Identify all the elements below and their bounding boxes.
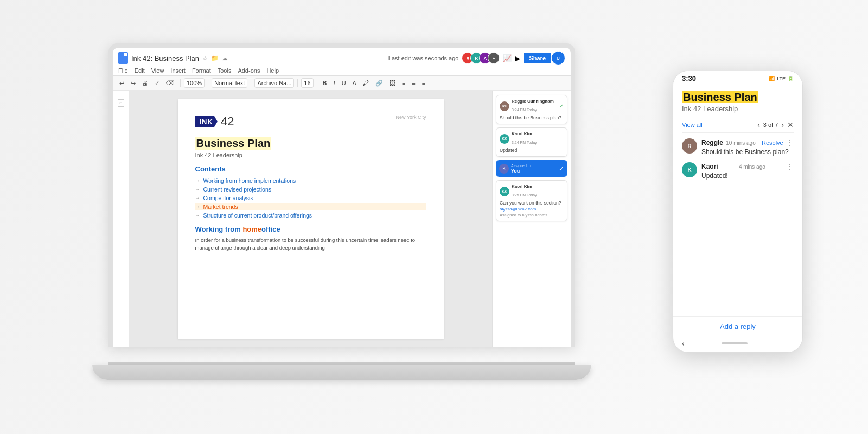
bold-button[interactable]: B bbox=[321, 79, 329, 87]
comment-meta-2: Kaori Kim 3:24 PM Today bbox=[512, 131, 564, 146]
menu-file[interactable]: File bbox=[118, 67, 128, 74]
menu-insert[interactable]: Insert bbox=[170, 67, 186, 74]
spellcheck-button[interactable]: ✓ bbox=[152, 79, 162, 88]
graph-icon[interactable]: 📈 bbox=[503, 54, 512, 62]
comment-header-4: KK Kaori Kim 3:25 PM Today bbox=[500, 184, 564, 199]
menu-help[interactable]: Help bbox=[266, 67, 279, 74]
assign-avatar: K bbox=[499, 164, 509, 174]
size-select[interactable]: 16 bbox=[301, 78, 313, 88]
comment-text-1: Should this be Business plan? bbox=[500, 115, 564, 120]
share-button[interactable]: Share bbox=[524, 53, 551, 63]
phone-comment-time-1: 10 mins ago bbox=[726, 140, 755, 146]
undo-button[interactable]: ↩ bbox=[117, 79, 126, 88]
contents-list: Working from home implementations Curren… bbox=[195, 177, 426, 219]
comment-avatar-2: KK bbox=[500, 134, 509, 144]
cloud-icon[interactable]: ☁ bbox=[222, 55, 228, 62]
home-indicator[interactable] bbox=[722, 342, 748, 344]
docs-filename[interactable]: Ink 42: Business Plan bbox=[131, 54, 199, 62]
highlight-button[interactable]: 🖍 bbox=[361, 79, 371, 87]
comment-author-1: Reggie Cunningham bbox=[512, 99, 557, 104]
comment-card-4[interactable]: KK Kaori Kim 3:25 PM Today Can you work … bbox=[496, 180, 567, 221]
next-comment-button[interactable]: › bbox=[781, 120, 784, 129]
redo-button[interactable]: ↪ bbox=[129, 79, 138, 88]
comment-meta-1: Reggie Cunningham 3:24 PM Today bbox=[512, 99, 557, 113]
resolve-button[interactable]: Resolve bbox=[762, 139, 783, 146]
font-select[interactable]: Archivo Na... bbox=[254, 78, 294, 88]
phone-comment-header-2: Kaori 4 mins ago ⋮ bbox=[701, 162, 794, 171]
comment-text-4: Can you work on this section? bbox=[500, 200, 564, 206]
phone-status-bar: 3:30 📶 LTE 🔋 bbox=[673, 71, 802, 85]
doc-location: New York City bbox=[395, 114, 426, 120]
user-avatar[interactable]: U bbox=[551, 51, 565, 65]
laptop-screen-frame: Ink 42: Business Plan ☆ 📁 ☁ Last edit wa… bbox=[108, 43, 575, 347]
list-item-2: Current revised projections bbox=[195, 186, 426, 193]
phone-comment-header-1: Reggie 10 mins ago Resolve ⋮ bbox=[701, 138, 794, 147]
align-center-button[interactable]: ≡ bbox=[410, 79, 417, 87]
menu-tools[interactable]: Tools bbox=[218, 67, 232, 74]
color-button[interactable]: A bbox=[350, 79, 359, 87]
menu-view[interactable]: View bbox=[151, 67, 164, 74]
phone-avatar-1: R bbox=[682, 138, 697, 154]
assign-check-icon[interactable]: ✓ bbox=[559, 165, 564, 173]
phone-comment-content-1: Reggie 10 mins ago Resolve ⋮ Should this… bbox=[701, 138, 794, 156]
close-comments-button[interactable]: ✕ bbox=[787, 120, 794, 129]
section-title-highlight: home bbox=[242, 225, 261, 233]
star-icon[interactable]: ☆ bbox=[202, 55, 208, 62]
folder-icon[interactable]: 📁 bbox=[211, 55, 219, 62]
docs-left-margin: □ bbox=[113, 91, 129, 347]
more-options-icon-1[interactable]: ⋮ bbox=[786, 138, 794, 147]
prev-comment-button[interactable]: ‹ bbox=[757, 120, 760, 129]
comment-author-2: Kaori Kim bbox=[512, 131, 564, 136]
menu-addons[interactable]: Add-ons bbox=[238, 67, 260, 74]
list-item-1: Working from home implementations bbox=[195, 177, 426, 184]
comment-header-2: KK Kaori Kim 3:24 PM Today bbox=[500, 131, 564, 146]
wifi-icon: 📶 bbox=[769, 76, 775, 81]
print-button[interactable]: 🖨 bbox=[140, 79, 150, 87]
docs-page[interactable]: INK 42 New York City Business Plan Ink 4… bbox=[178, 99, 444, 339]
paint-button[interactable]: ⌫ bbox=[164, 79, 177, 88]
phone-avatar-2: K bbox=[682, 162, 697, 177]
more-options-icon-2[interactable]: ⋮ bbox=[786, 162, 794, 171]
comment-avatar-4: KK bbox=[500, 187, 509, 196]
align-left-button[interactable]: ≡ bbox=[400, 79, 407, 87]
comment-counter: 3 of 7 bbox=[763, 122, 778, 128]
laptop-base bbox=[92, 365, 591, 380]
laptop-screen: Ink 42: Business Plan ☆ 📁 ☁ Last edit wa… bbox=[113, 48, 571, 347]
phone-reply-area[interactable]: Add a reply bbox=[673, 316, 802, 336]
comment-card-2[interactable]: KK Kaori Kim 3:24 PM Today Updated! bbox=[496, 127, 567, 157]
docs-header-right: Last edit was seconds ago R K A + 📈 ▶ Sh… bbox=[388, 51, 565, 65]
comment-card-1[interactable]: RC Reggie Cunningham 3:24 PM Today ✓ Sho… bbox=[496, 95, 567, 124]
comment-assign-note: Assigned to Alyssa Adams bbox=[500, 213, 564, 218]
zoom-select[interactable]: 100% bbox=[184, 78, 205, 88]
comment-assign-card[interactable]: K Assigned to You ✓ bbox=[496, 160, 567, 177]
present-icon[interactable]: ▶ bbox=[515, 54, 520, 62]
doc-title[interactable]: Business Plan bbox=[195, 137, 272, 150]
list-item-4: Market trends bbox=[195, 203, 426, 210]
list-item-3: Competitor analysis bbox=[195, 195, 426, 201]
signal-icon: LTE bbox=[777, 76, 786, 81]
align-right-button[interactable]: ≡ bbox=[420, 79, 427, 87]
menu-format[interactable]: Format bbox=[192, 67, 211, 74]
toolbar-separator-5 bbox=[317, 79, 317, 87]
doc-body: In order for a business transformation t… bbox=[195, 237, 426, 252]
link-button[interactable]: 🔗 bbox=[373, 79, 385, 88]
ink42-logo: INK 42 bbox=[195, 114, 426, 129]
ink42-number: 42 bbox=[221, 114, 234, 129]
list-item-5: Structure of current product/brand offer… bbox=[195, 212, 426, 219]
comment-link[interactable]: alyssa@ink42.com bbox=[500, 207, 564, 212]
avatar-4: + bbox=[488, 52, 500, 64]
italic-button[interactable]: I bbox=[331, 79, 337, 87]
phone-comment-2: K Kaori 4 mins ago ⋮ Updated! bbox=[682, 162, 794, 180]
image-button[interactable]: 🖼 bbox=[387, 79, 398, 87]
phone-nav-controls: ‹ 3 of 7 › ✕ bbox=[757, 120, 794, 129]
add-reply-button[interactable]: Add a reply bbox=[720, 322, 756, 330]
view-all-button[interactable]: View all bbox=[682, 122, 703, 128]
phone-content: Business Plan Ink 42 Leadership View all… bbox=[673, 85, 802, 316]
phone-title-highlight: Business Plan bbox=[682, 91, 758, 103]
style-select[interactable]: Normal text bbox=[212, 78, 247, 88]
menu-edit[interactable]: Edit bbox=[135, 67, 145, 74]
phone-doc-title: Business Plan bbox=[682, 91, 794, 104]
docs-page-area[interactable]: INK 42 New York City Business Plan Ink 4… bbox=[129, 91, 492, 347]
back-arrow[interactable]: ‹ bbox=[682, 339, 685, 348]
underline-button[interactable]: U bbox=[340, 79, 348, 87]
